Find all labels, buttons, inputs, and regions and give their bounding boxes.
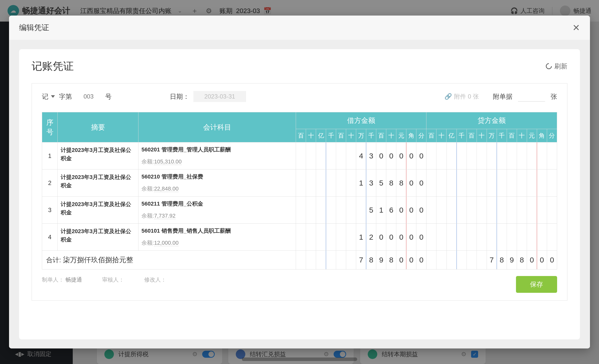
subject-cell[interactable]: 560201 管理费用_管理人员职工薪酬余额:105,310.00 <box>138 142 296 169</box>
digit-cell[interactable]: 0 <box>537 251 547 269</box>
digit-cell[interactable]: 0 <box>416 197 426 223</box>
digit-cell[interactable] <box>316 142 326 169</box>
adjunct-count-input[interactable] <box>518 92 545 102</box>
digit-cell[interactable] <box>467 197 477 223</box>
digit-cell[interactable]: 8 <box>396 169 406 196</box>
digit-cell[interactable]: 0 <box>396 251 406 269</box>
digit-cell[interactable]: 0 <box>416 142 426 169</box>
digit-cell[interactable] <box>467 169 477 196</box>
digit-cell[interactable] <box>517 142 527 169</box>
digit-cell[interactable] <box>436 197 446 223</box>
digit-cell[interactable] <box>447 251 457 269</box>
summary-cell[interactable]: 计提2023年3月工资及社保公积金 <box>58 224 138 251</box>
digit-cell[interactable]: 0 <box>416 169 426 196</box>
digit-cell[interactable] <box>306 142 316 169</box>
digit-cell[interactable]: 9 <box>376 251 386 269</box>
digit-cell[interactable] <box>537 224 547 250</box>
digit-cell[interactable] <box>316 224 326 250</box>
digit-cell[interactable] <box>316 251 326 269</box>
digit-cell[interactable] <box>527 169 537 196</box>
digit-cell[interactable]: 0 <box>527 251 537 269</box>
digit-cell[interactable] <box>547 142 557 169</box>
digit-cell[interactable] <box>527 224 537 250</box>
digit-cell[interactable] <box>296 169 306 196</box>
digit-cell[interactable] <box>336 169 346 196</box>
subject-cell[interactable]: 560210 管理费用_社保费余额:22,848.00 <box>138 169 296 197</box>
digit-cell[interactable] <box>477 197 487 223</box>
digit-cell[interactable]: 8 <box>517 251 527 269</box>
digit-cell[interactable] <box>457 197 467 223</box>
digit-cell[interactable]: 4 <box>356 142 366 169</box>
voucher-number-input[interactable] <box>76 91 101 102</box>
digit-cell[interactable] <box>426 224 436 250</box>
digit-cell[interactable]: 0 <box>386 224 396 250</box>
digit-cell[interactable] <box>507 142 517 169</box>
close-icon[interactable]: ✕ <box>572 23 580 32</box>
digit-cell[interactable] <box>487 169 497 196</box>
summary-cell[interactable]: 计提2023年3月工资及社保公积金 <box>58 197 138 224</box>
digit-cell[interactable] <box>326 169 336 196</box>
digit-cell[interactable]: 0 <box>416 251 426 269</box>
digit-cell[interactable] <box>487 142 497 169</box>
digit-cell[interactable] <box>346 169 356 196</box>
digit-cell[interactable]: 5 <box>376 169 386 196</box>
digit-cell[interactable]: 0 <box>406 224 416 250</box>
digit-cell[interactable]: 5 <box>366 197 376 223</box>
date-input[interactable]: 2023-03-31 <box>193 91 246 102</box>
digit-cell[interactable]: 0 <box>396 197 406 223</box>
digit-cell[interactable]: 3 <box>366 169 376 196</box>
scrollbar[interactable] <box>242 357 357 361</box>
digit-cell[interactable] <box>326 197 336 223</box>
digit-cell[interactable] <box>326 142 336 169</box>
digit-cell[interactable]: 8 <box>386 169 396 196</box>
digit-cell[interactable]: 0 <box>376 224 386 250</box>
digit-cell[interactable]: 1 <box>356 169 366 196</box>
digit-cell[interactable] <box>517 224 527 250</box>
subject-cell[interactable]: 560101 销售费用_销售人员职工薪酬余额:12,000.00 <box>138 224 296 251</box>
digit-cell[interactable] <box>326 224 336 250</box>
digit-cell[interactable] <box>346 251 356 269</box>
digit-cell[interactable] <box>457 224 467 250</box>
digit-cell[interactable] <box>346 142 356 169</box>
digit-cell[interactable] <box>447 142 457 169</box>
digit-cell[interactable] <box>467 251 477 269</box>
digit-cell[interactable] <box>517 197 527 223</box>
digit-cell[interactable] <box>477 224 487 250</box>
attachment-link[interactable]: 🔗 附件 0 张 <box>444 93 479 101</box>
digit-cell[interactable] <box>497 224 507 250</box>
digit-cell[interactable]: 2 <box>366 224 376 250</box>
digit-cell[interactable] <box>467 142 477 169</box>
digit-cell[interactable]: 0 <box>547 251 557 269</box>
digit-cell[interactable]: 1 <box>356 224 366 250</box>
digit-cell[interactable] <box>537 142 547 169</box>
digit-cell[interactable] <box>326 251 336 269</box>
digit-cell[interactable] <box>447 224 457 250</box>
digit-cell[interactable] <box>306 169 316 196</box>
summary-cell[interactable]: 计提2023年3月工资及社保公积金 <box>58 169 138 197</box>
digit-cell[interactable] <box>346 224 356 250</box>
digit-cell[interactable]: 0 <box>416 224 426 250</box>
digit-cell[interactable] <box>316 197 326 223</box>
digit-cell[interactable]: 8 <box>386 251 396 269</box>
digit-cell[interactable]: 0 <box>406 197 416 223</box>
digit-cell[interactable] <box>457 169 467 196</box>
digit-cell[interactable]: 9 <box>507 251 517 269</box>
digit-cell[interactable]: 7 <box>356 251 366 269</box>
digit-cell[interactable] <box>517 169 527 196</box>
digit-cell[interactable] <box>537 197 547 223</box>
digit-cell[interactable]: 1 <box>376 197 386 223</box>
digit-cell[interactable] <box>527 197 537 223</box>
digit-cell[interactable] <box>497 169 507 196</box>
digit-cell[interactable]: 0 <box>396 224 406 250</box>
digit-cell[interactable] <box>537 169 547 196</box>
digit-cell[interactable] <box>547 169 557 196</box>
digit-cell[interactable] <box>296 224 306 250</box>
digit-cell[interactable]: 7 <box>487 251 497 269</box>
digit-cell[interactable] <box>457 251 467 269</box>
digit-cell[interactable] <box>507 197 517 223</box>
digit-cell[interactable] <box>296 142 306 169</box>
digit-cell[interactable]: 0 <box>396 142 406 169</box>
digit-cell[interactable] <box>447 169 457 196</box>
digit-cell[interactable] <box>356 197 366 223</box>
digit-cell[interactable]: 8 <box>366 251 376 269</box>
